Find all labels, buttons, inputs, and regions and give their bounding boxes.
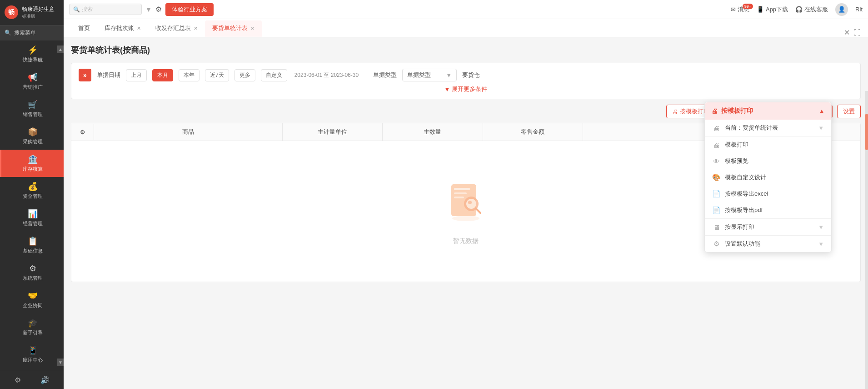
corp-icon: 🤝 bbox=[28, 291, 38, 301]
app-download-btn[interactable]: 📱 App下载 bbox=[757, 5, 788, 14]
sidebar-item-label-basic: 基础信息 bbox=[23, 248, 43, 254]
date-btn-7days[interactable]: 近7天 bbox=[205, 69, 229, 81]
sidebar-scroll-up[interactable]: ▲ bbox=[57, 45, 64, 53]
sidebar-item-label-purchase: 采购管理 bbox=[23, 138, 43, 145]
type-filter-select[interactable]: 单据类型 ▼ bbox=[402, 69, 457, 81]
sidebar-item-basic[interactable]: 📋 基础信息 bbox=[0, 232, 64, 259]
online-service-label: 在线客服 bbox=[804, 5, 828, 14]
dropdown-template-design[interactable]: 🎨 模板自定义设计 bbox=[705, 169, 831, 186]
template-design-label: 模板自定义设计 bbox=[725, 173, 766, 182]
topbar-search-box[interactable]: 🔍 搜索 bbox=[69, 4, 142, 15]
dropdown-close-chevron[interactable]: ▲ bbox=[818, 107, 825, 115]
app-name: 畅康通好生意 bbox=[22, 5, 55, 13]
phone-icon: 📱 bbox=[757, 6, 764, 13]
sidebar-item-quick-nav[interactable]: ⚡ 快捷导航 bbox=[0, 40, 64, 68]
svg-rect-3 bbox=[454, 192, 467, 194]
sidebar-item-guide[interactable]: 🎓 新手引导 bbox=[0, 313, 64, 341]
template-design-icon: 🎨 bbox=[712, 173, 720, 182]
tab-batch-account-label: 库存批次账 bbox=[105, 24, 134, 32]
print-dropdown: 🖨 按模板打印 ▲ 🖨 当前：要货单统计表 ▼ 🖨 模板打印 👁 bbox=[704, 102, 832, 253]
app-download-label: App下载 bbox=[766, 5, 788, 14]
filter-row-1: » 单据日期 上月 本月 本年 近7天 更多 自定义 2023-06-01 至 … bbox=[79, 69, 853, 81]
export-pdf-label: 按模板导出pdf bbox=[725, 206, 763, 214]
sidebar-search[interactable]: 🔍 搜索菜单 bbox=[0, 25, 64, 40]
dropdown-current-label: 当前：要货单统计表 bbox=[725, 124, 778, 132]
svg-point-0 bbox=[452, 216, 479, 221]
export-pdf-icon: 📄 bbox=[712, 206, 720, 214]
date-btn-year[interactable]: 本年 bbox=[179, 69, 200, 81]
expand-icon: ▼ bbox=[444, 86, 450, 93]
tab-order-stats-close[interactable]: ✕ bbox=[250, 25, 254, 31]
sidebar-item-operation[interactable]: 📊 经营管理 bbox=[0, 204, 64, 232]
print-icon: 🖨 bbox=[672, 108, 678, 115]
template-print-label: 模板打印 bbox=[725, 141, 748, 149]
tab-collect-summary-close[interactable]: ✕ bbox=[194, 25, 198, 31]
col-setting[interactable]: ⚙ bbox=[71, 124, 94, 140]
tab-batch-account-close[interactable]: ✕ bbox=[137, 25, 141, 31]
dropdown-display-print[interactable]: 🖥 按显示打印 ▼ bbox=[705, 219, 831, 235]
sidebar-item-finance[interactable]: 💰 资金管理 bbox=[0, 177, 64, 204]
date-btn-custom[interactable]: 自定义 bbox=[261, 69, 287, 81]
sidebar-item-marketing[interactable]: 📢 营销推广 bbox=[0, 68, 64, 95]
settings-bottom-icon[interactable]: ⚙ bbox=[15, 376, 21, 384]
expand-more-btn[interactable]: ▼ 展开更多条件 bbox=[444, 85, 488, 93]
dropdown-export-pdf[interactable]: 📄 按模板导出pdf bbox=[705, 202, 831, 218]
dropdown-title: 按模板打印 bbox=[721, 107, 753, 115]
date-btn-prev[interactable]: 上月 bbox=[126, 69, 147, 81]
svg-line-7 bbox=[476, 208, 480, 213]
type-select-chevron: ▼ bbox=[446, 72, 452, 79]
basic-icon: 📋 bbox=[28, 236, 38, 246]
right-scrollbar[interactable] bbox=[865, 91, 868, 389]
sidebar-item-system[interactable]: ⚙ 系统管理 bbox=[0, 259, 64, 286]
dropdown-header: 🖨 按模板打印 ▲ bbox=[705, 102, 831, 120]
sidebar-item-corp[interactable]: 🤝 企业协同 bbox=[0, 286, 64, 313]
tab-batch-account[interactable]: 库存批次账 ✕ bbox=[97, 20, 148, 37]
filter-expand-icon[interactable]: » bbox=[79, 69, 91, 81]
messages-badge[interactable]: ✉ 消息 99+ bbox=[731, 5, 749, 14]
date-btn-current[interactable]: 本月 bbox=[152, 69, 173, 81]
online-service-btn[interactable]: 🎧 在线客服 bbox=[795, 5, 828, 14]
sidebar-item-sales[interactable]: 🛒 销售管理 bbox=[0, 95, 64, 122]
dropdown-export-excel[interactable]: 📄 按模板导出excel bbox=[705, 186, 831, 202]
dropdown-template-preview[interactable]: 👁 模板预览 bbox=[705, 153, 831, 169]
dropdown-default-func[interactable]: ⚙ 设置默认功能 ▼ bbox=[705, 236, 831, 252]
svg-rect-4 bbox=[454, 197, 464, 198]
sidebar-search-label: 搜索菜单 bbox=[14, 29, 36, 37]
headset-icon: 🎧 bbox=[795, 6, 803, 13]
date-range-display: 2023-06-01 至 2023-06-30 bbox=[294, 71, 359, 79]
sidebar-scroll-down[interactable]: ▼ bbox=[57, 359, 64, 366]
settings-btn[interactable]: 设置 bbox=[837, 105, 861, 118]
trial-button[interactable]: 体验行业方案 bbox=[165, 3, 214, 16]
sound-bottom-icon[interactable]: 🔊 bbox=[40, 376, 50, 384]
sidebar-item-purchase[interactable]: 📦 采购管理 bbox=[0, 122, 64, 150]
username-label[interactable]: Rit bbox=[855, 6, 863, 13]
sidebar-item-label-quick-nav: 快捷导航 bbox=[23, 56, 43, 63]
window-close-btn[interactable]: ✕ bbox=[844, 28, 850, 37]
content-area: 要货单统计表(按商品) » 单据日期 上月 本月 本年 近7天 更多 自定义 2… bbox=[64, 37, 868, 389]
scrollbar-thumb[interactable] bbox=[865, 114, 868, 150]
topbar-dropdown-arrow[interactable]: ▼ bbox=[145, 6, 152, 13]
guide-icon: 🎓 bbox=[28, 318, 38, 328]
dropdown-current-icon: 🖨 bbox=[712, 124, 720, 132]
export-excel-icon: 📄 bbox=[712, 190, 720, 198]
sidebar-item-label-appstore: 应用中心 bbox=[23, 357, 43, 364]
tab-home[interactable]: 首页 bbox=[71, 20, 97, 37]
tab-collect-summary[interactable]: 收发存汇总表 ✕ bbox=[148, 20, 205, 37]
sidebar-item-inventory[interactable]: 🏦 库存核算 bbox=[0, 150, 64, 177]
type-filter-label: 单据类型 bbox=[373, 71, 397, 79]
dropdown-current-item[interactable]: 🖨 当前：要货单统计表 ▼ bbox=[705, 120, 831, 136]
svg-point-8 bbox=[468, 201, 472, 204]
col-goods: 商品 bbox=[94, 123, 283, 141]
sidebar-item-appstore[interactable]: 📱 应用中心 bbox=[0, 341, 64, 368]
dropdown-items-section: 🖨 模板打印 👁 模板预览 🎨 模板自定义设计 📄 按模板导出excel 📄 bbox=[705, 136, 831, 219]
user-avatar[interactable]: 👤 bbox=[835, 3, 848, 16]
date-btn-more[interactable]: 更多 bbox=[234, 69, 255, 81]
topbar-gear-icon[interactable]: ⚙ bbox=[155, 5, 162, 14]
sidebar-item-label-operation: 经营管理 bbox=[23, 220, 43, 227]
appstore-icon: 📱 bbox=[28, 345, 38, 355]
tab-order-stats[interactable]: 要货单统计表 ✕ bbox=[205, 20, 262, 37]
tab-order-stats-label: 要货单统计表 bbox=[212, 24, 248, 32]
sidebar-item-label-guide: 新手引导 bbox=[23, 329, 43, 336]
dropdown-template-print[interactable]: 🖨 模板打印 bbox=[705, 136, 831, 153]
window-expand-btn[interactable]: ⛶ bbox=[853, 29, 861, 37]
